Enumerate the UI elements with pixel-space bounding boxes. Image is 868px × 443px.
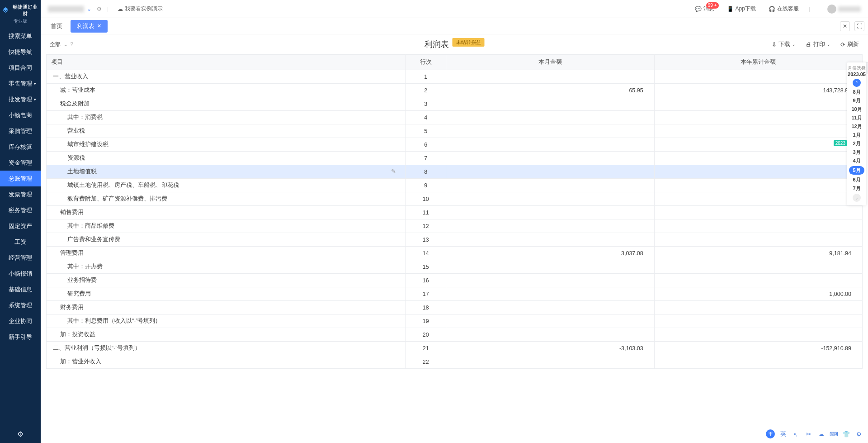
table-row[interactable]: 一、营业收入1 (47, 70, 863, 84)
sidebar-item[interactable]: 零售管理▾ (0, 76, 41, 91)
close-all-tabs-button[interactable]: ✕ (840, 21, 850, 31)
table-row[interactable]: 其中：开办费15 (47, 260, 863, 274)
sidebar-item[interactable]: 企业协同 (0, 313, 41, 329)
table-row[interactable]: 加：营业外收入22 (47, 355, 863, 369)
chevron-down-icon: ⌄ (87, 6, 91, 12)
ime-cloud-icon[interactable]: ☁ (816, 429, 826, 438)
settings-icon[interactable]: ⚙ (17, 430, 24, 438)
sidebar-item[interactable]: 采购管理 (0, 123, 41, 139)
demo-link[interactable]: ☁ 我要看实例演示 (118, 5, 163, 13)
wang-badge[interactable]: 王 (766, 429, 775, 438)
table-row[interactable]: 业务招待费16 (47, 274, 863, 287)
ime-punct-icon[interactable]: •, (791, 429, 800, 438)
sidebar-item[interactable]: 批发管理▾ (0, 91, 41, 107)
table-row[interactable]: 减：营业成本265.95143,728.95 (47, 84, 863, 97)
sidebar-item[interactable]: 小畅电商 (0, 107, 41, 123)
cell-year (654, 206, 862, 219)
month-option[interactable]: 10月 (847, 105, 866, 114)
fullscreen-button[interactable]: ⛶ (854, 21, 864, 31)
table-row[interactable]: 广告费和业务宣传费13 (47, 233, 863, 247)
app-download-button[interactable]: 📱 App下载 (727, 5, 756, 13)
ime-settings-icon[interactable]: ⚙ (854, 429, 863, 438)
caret-down-icon: ▾ (34, 81, 36, 86)
ime-lang[interactable]: 英 (778, 429, 788, 438)
cell-row: 3 (406, 97, 446, 111)
month-option[interactable]: 11月 (847, 114, 866, 122)
table-row[interactable]: 销售费用11 (47, 206, 863, 219)
print-button[interactable]: 🖨 打印 ⌄ (806, 41, 830, 48)
table-row[interactable]: 教育费附加、矿产资源补偿费、排污费10 (47, 192, 863, 206)
org-settings-icon[interactable]: ⚙ (97, 6, 102, 12)
sidebar-item[interactable]: 快捷导航 (0, 44, 41, 60)
download-button[interactable]: ⇩ 下载 ⌄ (772, 41, 796, 48)
sidebar-item[interactable]: 总账管理 (0, 171, 41, 186)
cell-month (446, 70, 654, 84)
month-option[interactable]: 7月 (847, 184, 866, 193)
cell-year (654, 328, 862, 342)
table-row[interactable]: 财务费用18 (47, 301, 863, 314)
month-option[interactable]: 8月 (847, 88, 866, 96)
table-row[interactable]: 土地增值税✎8 (47, 165, 863, 179)
ime-scissors-icon[interactable]: ✂ (804, 429, 813, 438)
sidebar-item[interactable]: 项目合同 (0, 60, 41, 76)
brand-name: 畅捷通好业财 (11, 4, 39, 17)
month-option[interactable]: 6月 (847, 176, 866, 184)
table-row[interactable]: 研究费用171,000.00 (47, 287, 863, 301)
messages-button[interactable]: 💬 消息 99 + (695, 5, 714, 13)
table-row[interactable]: 其中：商品维修费12 (47, 219, 863, 233)
sidebar-item[interactable]: 小畅报销 (0, 266, 41, 281)
refresh-button[interactable]: ⟳ 刷新 (840, 41, 859, 48)
table-row[interactable]: 管理费用143,037.089,181.94 (47, 247, 863, 260)
table-row[interactable]: 城市维护建设税6 (47, 138, 863, 152)
month-option[interactable]: 3月 (847, 148, 866, 157)
ime-skin-icon[interactable]: 👕 (842, 429, 851, 438)
table-row[interactable]: 营业税5 (47, 124, 863, 138)
month-option[interactable]: 1月 (847, 131, 866, 139)
cell-row: 4 (406, 111, 446, 124)
month-option[interactable]: 9月 (847, 96, 866, 105)
sidebar-item[interactable]: 库存核算 (0, 139, 41, 155)
cell-item: 研究费用 (47, 287, 406, 301)
main: ⌄ ⚙ | ☁ 我要看实例演示 💬 消息 99 + 📱 App下载 🎧 在线客服 (41, 0, 868, 443)
edit-icon[interactable]: ✎ (391, 168, 396, 175)
scope-dropdown[interactable]: 全部 ⌄ (50, 41, 67, 48)
user-menu[interactable] (827, 5, 861, 14)
sidebar-item[interactable]: 固定资产 (0, 218, 41, 234)
help-icon[interactable]: ? (70, 41, 73, 48)
org-selector[interactable]: ⌄ (48, 6, 91, 12)
sidebar-item[interactable]: 经营管理 (0, 250, 41, 266)
sidebar-item[interactable]: 新手引导 (0, 329, 41, 345)
tab-close-icon[interactable]: ✕ (97, 23, 101, 29)
online-service-button[interactable]: 🎧 在线客服 (769, 5, 799, 13)
print-icon: 🖨 (806, 41, 811, 48)
sidebar-item[interactable]: 系统管理 (0, 297, 41, 313)
table-row[interactable]: 税金及附加3 (47, 97, 863, 111)
sidebar-item[interactable]: 资金管理 (0, 155, 41, 171)
table-row[interactable]: 资源税7 (47, 152, 863, 165)
table-row[interactable]: 二、营业利润（亏损以“-”号填列）21-3,103.03-152,910.89 (47, 342, 863, 355)
report-toolbar: 全部 ⌄ ? 利润表 未结转损益 ⇩ 下载 ⌄ 🖨 打印 ⌄ (41, 34, 868, 54)
month-scroll-up[interactable]: ⌃ (853, 79, 861, 87)
month-picker-year: 2023.05 (847, 71, 866, 77)
month-option[interactable]: 2月 (847, 139, 866, 148)
table-row[interactable]: 加：投资收益20 (47, 328, 863, 342)
tab[interactable]: 首页 (44, 20, 69, 33)
sidebar-item[interactable]: 税务管理 (0, 202, 41, 218)
cell-month (446, 138, 654, 152)
sidebar-item[interactable]: 搜索菜单 (0, 28, 41, 44)
avatar-icon (827, 5, 836, 14)
table-row[interactable]: 城镇土地使用税、房产税、车船税、印花税9 (47, 179, 863, 192)
tab[interactable]: 利润表✕ (71, 20, 108, 33)
sidebar-item[interactable]: 基础信息 (0, 281, 41, 297)
sidebar-item[interactable]: 发票管理 (0, 186, 41, 202)
cell-row: 6 (406, 138, 446, 152)
table-row[interactable]: 其中：利息费用（收入以“-”号填列）19 (47, 314, 863, 328)
month-option[interactable]: 5月 (849, 166, 864, 175)
sidebar-item[interactable]: 工资 (0, 234, 41, 250)
month-scroll-down[interactable]: ⌄ (853, 194, 861, 202)
month-option[interactable]: 12月 (847, 122, 866, 131)
report-table-wrap: 项目 行次 本月金额 本年累计金额 一、营业收入1减：营业成本265.95143… (41, 54, 868, 443)
month-option[interactable]: 4月 (847, 157, 866, 165)
table-row[interactable]: 其中：消费税4 (47, 111, 863, 124)
ime-keyboard-icon[interactable]: ⌨ (829, 429, 838, 438)
